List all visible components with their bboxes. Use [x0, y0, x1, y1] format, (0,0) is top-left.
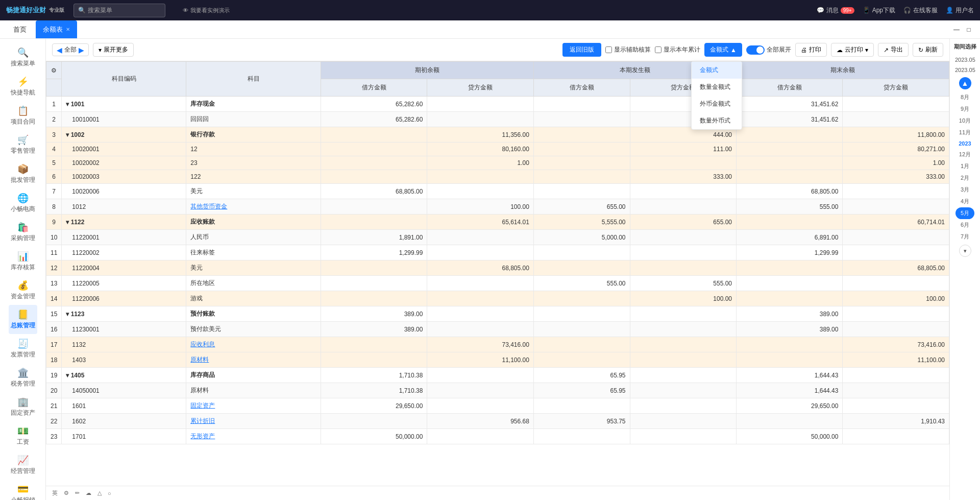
status-icon-cloud[interactable]: ☁	[86, 490, 91, 496]
sidebar-item-wholesale[interactable]: 📦批发管理	[9, 159, 37, 188]
sidebar-item-purchase[interactable]: 🛍️采购管理	[9, 218, 37, 247]
toggle-control[interactable]	[746, 45, 765, 55]
period-month-3[interactable]: 3月	[955, 184, 974, 196]
td-name[interactable]: 库存商品	[186, 368, 321, 383]
refresh-button[interactable]: ↻ 刷新	[913, 43, 943, 57]
td-name[interactable]: 预付账款	[186, 306, 321, 322]
filter-box[interactable]: ◀ 全部 ▶	[52, 43, 89, 56]
sidebar-item-operations[interactable]: 📈经营管理	[9, 450, 37, 480]
status-icon-edit[interactable]: ✏	[75, 490, 80, 496]
dropdown-item-foreign-amount[interactable]: 外币金额式	[692, 96, 742, 112]
sidebar-item-tax[interactable]: 🏛️税务管理	[9, 363, 37, 392]
td-code: 1132	[62, 337, 186, 352]
period-month-6[interactable]: 6月	[955, 219, 974, 231]
sidebar-item-payroll[interactable]: 💵工资	[9, 421, 37, 450]
sidebar-item-retail[interactable]: 🛒零售管理	[9, 130, 37, 159]
print-button[interactable]: 🖨 打印	[795, 43, 827, 57]
period-month-1[interactable]: 1月	[955, 160, 974, 172]
td-name[interactable]: 应收利息	[186, 337, 321, 352]
tab-home[interactable]: 首页	[6, 20, 34, 38]
auxiliary-checkbox[interactable]: 显示辅助核算	[605, 45, 651, 54]
td-code: 14050001	[62, 383, 186, 398]
yearly-checkbox-input[interactable]	[655, 46, 662, 53]
account-link[interactable]: 原材料	[190, 356, 209, 363]
period-month-2[interactable]: 2月	[955, 172, 974, 184]
online-service-button[interactable]: 🎧 在线客服	[903, 6, 938, 15]
yearly-checkbox[interactable]: 显示本年累计	[655, 45, 700, 54]
sidebar-item-project[interactable]: 📋项目合同	[9, 101, 37, 130]
td-name[interactable]: 应收账款	[186, 215, 321, 230]
tax-icon: 🏛️	[11, 367, 35, 378]
status-icon-circle[interactable]: ○	[108, 490, 111, 496]
dropdown-item-qty-amount[interactable]: 数量金额式	[692, 79, 742, 96]
app-download-button[interactable]: 📱 App下载	[863, 6, 895, 15]
account-link[interactable]: 固定资产	[190, 402, 215, 409]
table-row: 15 ▾ 1123 预付账款 389.00 389.00	[46, 306, 949, 322]
td-name[interactable]: 无形资产	[186, 429, 321, 444]
table-row: 18 1403 原材料 11,100.00 11,100.00	[46, 352, 949, 368]
amount-mode-button[interactable]: 金额式 ▲	[704, 43, 742, 57]
account-link[interactable]: 无形资产	[190, 433, 215, 440]
user-avatar[interactable]: 👤 用户名	[946, 6, 974, 15]
cloud-print-button[interactable]: ☁ 云打印 ▾	[831, 43, 874, 57]
period-month-4[interactable]: 4月	[955, 196, 974, 207]
window-maximize-button[interactable]: □	[964, 25, 974, 35]
message-button[interactable]: 💬 消息 99+	[817, 6, 854, 15]
auxiliary-checkbox-input[interactable]	[605, 46, 612, 53]
expand-all-toggle[interactable]: 全部展开	[746, 45, 791, 55]
period-month-12[interactable]: 12月	[955, 149, 974, 160]
top-search-box[interactable]: 🔍 搜索菜单	[74, 4, 165, 17]
dropdown-item-qty-foreign[interactable]: 数量外币式	[692, 112, 742, 129]
td-opening-credit: 1.00	[427, 156, 533, 170]
period-year-start[interactable]: 2023.05	[952, 55, 978, 65]
window-minimize-button[interactable]: —	[951, 25, 962, 35]
period-up-nav[interactable]: ▲	[959, 77, 971, 89]
td-name[interactable]: 其他货币资金	[186, 199, 321, 215]
period-month-11[interactable]: 11月	[955, 127, 974, 138]
td-name[interactable]: 库存现金	[186, 97, 321, 112]
sidebar-item-sales[interactable]: 💳小畅报销	[9, 480, 37, 500]
td-name[interactable]: 银行存款	[186, 127, 321, 142]
period-month-5[interactable]: 5月	[955, 207, 974, 219]
td-closing-credit: 73,416.00	[843, 337, 949, 352]
th-settings[interactable]: ⚙	[46, 62, 62, 79]
sidebar-item-assets[interactable]: 🏢固定资产	[9, 392, 37, 421]
sidebar-item-capital[interactable]: 💰资金管理	[9, 276, 37, 305]
period-collapse-button[interactable]: ▾	[959, 245, 971, 257]
td-name[interactable]: 累计折旧	[186, 414, 321, 429]
td-name[interactable]: 原材料	[186, 352, 321, 368]
sidebar-item-inventory[interactable]: 📊库存核算	[9, 247, 37, 276]
expand-more-button[interactable]: ▾ 展开更多	[93, 43, 134, 57]
return-old-button[interactable]: 返回旧版	[562, 43, 601, 57]
period-month-7[interactable]: 7月	[955, 231, 974, 243]
period-month-9[interactable]: 9月	[955, 103, 974, 115]
status-icon-settings[interactable]: ⚙	[64, 490, 69, 496]
td-current-credit	[630, 352, 736, 368]
period-month-10[interactable]: 10月	[955, 115, 974, 127]
td-name: 预付款美元	[186, 322, 321, 337]
account-link[interactable]: 其他货币资金	[190, 203, 227, 210]
tab-close-icon[interactable]: ✕	[66, 27, 70, 32]
td-current-debit	[533, 97, 630, 112]
td-name[interactable]: 固定资产	[186, 398, 321, 414]
sidebar-item-accounting[interactable]: 📒总账管理	[9, 305, 37, 334]
demo-link[interactable]: 👁 我要看实例演示	[183, 7, 230, 14]
period-year-label[interactable]: 2023	[955, 138, 974, 149]
period-month-8[interactable]: 8月	[955, 91, 974, 103]
period-year-start2[interactable]: 2023.05	[952, 65, 978, 75]
sidebar-search-menu[interactable]: 🔍 搜索菜单	[0, 43, 45, 72]
tab-balance[interactable]: 余额表 ✕	[36, 20, 77, 38]
dropdown-item-amount[interactable]: 金额式	[692, 62, 742, 79]
td-name: 美元	[186, 184, 321, 199]
export-button[interactable]: ↗ 导出	[878, 43, 909, 57]
status-icon-sync[interactable]: △	[97, 490, 102, 496]
balance-table-wrapper[interactable]: ⚙ 科目编码 科目 期初余额 本期发生额 期末余额 借方金额 贷方金额 借方金额…	[46, 61, 949, 486]
wholesale-icon: 📦	[11, 163, 35, 175]
status-icon-lang[interactable]: 英	[52, 489, 58, 497]
sidebar-nav[interactable]: ⚡ 快捷导航	[0, 72, 45, 101]
account-link[interactable]: 累计折旧	[190, 417, 215, 424]
td-opening-debit	[321, 414, 427, 429]
sidebar-item-invoice[interactable]: 🧾发票管理	[9, 334, 37, 363]
sidebar-item-ecommerce[interactable]: 🌐小畅电商	[9, 188, 37, 218]
account-link[interactable]: 应收利息	[190, 341, 215, 348]
